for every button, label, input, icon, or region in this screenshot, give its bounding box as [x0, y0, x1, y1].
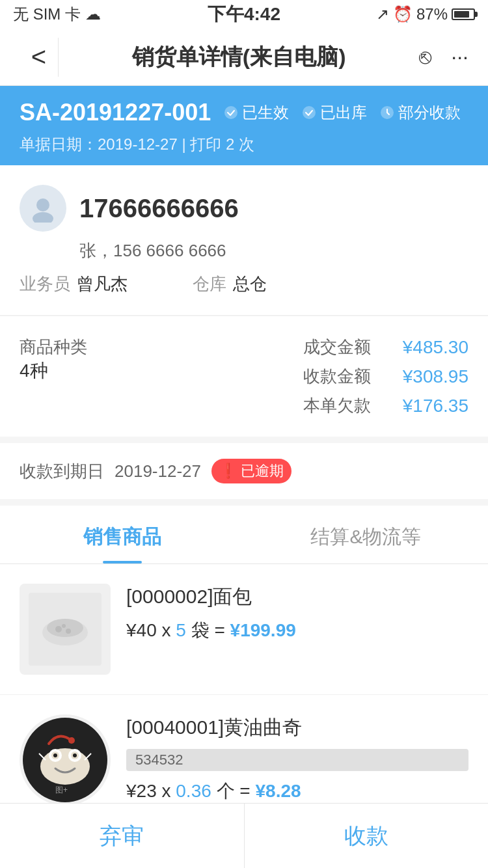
sales-rep-item: 业务员 曾凡杰: [20, 273, 128, 295]
warehouse-label: 仓库: [193, 273, 226, 295]
nav-actions: ⎋ ···: [419, 45, 468, 69]
received-value: ¥308.95: [390, 366, 468, 387]
cookie-unit: 个: [217, 781, 235, 801]
svg-point-9: [62, 624, 66, 628]
product-info-cookie: [00040001]黄油曲奇 534532 ¥23 x 0.36 个 = ¥8.…: [126, 714, 468, 804]
bread-unit: 袋: [191, 620, 210, 640]
status-bar: 无 SIM 卡 ☁ 下午4:42 ↗ ⏰ 87%: [0, 0, 488, 29]
page-title: 销货单详情(来自电脑): [132, 42, 346, 72]
cookie-image-placeholder: 图+: [20, 714, 111, 806]
cookie-x: x: [162, 781, 176, 801]
tabs-section: 销售商品 结算&物流等: [0, 506, 488, 564]
bread-total: ¥199.99: [230, 620, 296, 640]
sales-rep-value: 曾凡杰: [77, 273, 128, 295]
stats-section: 商品种类 4种 成交金额 ¥485.30 收款金额 ¥308.95 本单欠款 ¥…: [0, 316, 488, 437]
customer-sub-name: 张，156 6666 6666: [20, 239, 468, 262]
cookie-price: ¥23: [126, 781, 157, 801]
status2-label: 已出库: [320, 102, 367, 123]
more-icon[interactable]: ···: [451, 45, 468, 69]
bottom-bar: 弃审 收款: [0, 803, 488, 868]
share-icon[interactable]: ⎋: [419, 45, 431, 69]
order-id-row: SA-20191227-001 已生效 已出库 部分收款: [20, 99, 468, 126]
amount-value: ¥485.30: [390, 337, 468, 358]
svg-point-0: [224, 106, 237, 119]
bread-price: ¥40: [126, 620, 157, 640]
status-right: ↗ ⏰ 87%: [376, 5, 475, 23]
category-stats: 商品种类 4种: [20, 336, 87, 383]
cookie-image: 图+: [23, 718, 107, 802]
header-meta: 单据日期：2019-12-27 | 打印 2 次: [20, 134, 468, 155]
cookie-qty: 0.36: [176, 781, 211, 801]
tab-settlement-label: 结算&物流等: [310, 526, 421, 547]
order-id-text: SA-20191227-001: [20, 99, 211, 126]
bread-placeholder: [29, 593, 102, 666]
status1-label: 已生效: [242, 102, 289, 123]
status-partial: 部分收款: [380, 102, 461, 123]
svg-point-11: [40, 748, 90, 785]
svg-point-18: [68, 737, 75, 744]
svg-point-14: [53, 753, 57, 757]
product-item-bread: [0000002]面包 ¥40 x 5 袋 = ¥199.99: [0, 564, 488, 695]
header-banner: SA-20191227-001 已生效 已出库 部分收款 单据日期：2019-1…: [0, 86, 488, 165]
nav-bar: < 销货单详情(来自电脑) ⎋ ···: [0, 29, 488, 86]
product-name-cookie: [00040001]黄油曲奇: [126, 714, 468, 741]
product-price-bread: ¥40 x 5 袋 = ¥199.99: [126, 618, 468, 643]
cancel-review-button[interactable]: 弃审: [0, 804, 245, 868]
warning-icon: ❗: [219, 463, 237, 480]
status-left: 无 SIM 卡 ☁: [13, 4, 101, 25]
due-date-label: 收款到期日: [20, 460, 104, 483]
overdue-badge: ❗ 已逾期: [211, 459, 291, 483]
bread-qty: 5: [176, 620, 186, 640]
due-date-value: 2019-12-27: [115, 461, 201, 481]
cookie-total: ¥8.28: [255, 781, 301, 801]
signal-text: 无 SIM 卡 ☁: [13, 4, 101, 25]
svg-point-7: [55, 626, 62, 632]
battery-text: 87%: [416, 5, 448, 23]
svg-point-17: [73, 753, 77, 757]
tab-settlement[interactable]: 结算&物流等: [244, 506, 488, 563]
back-button[interactable]: <: [20, 38, 59, 77]
product-name-bread: [0000002]面包: [126, 584, 468, 610]
customer-section: 17666666666 张，156 6666 6666 业务员 曾凡杰 仓库 总…: [0, 165, 488, 316]
amount-label: 成交金额: [303, 336, 371, 359]
alarm-icon: ⏰: [393, 5, 413, 23]
product-thumb-bread: [20, 584, 111, 675]
cookie-eq: =: [239, 781, 255, 801]
clock-icon: [380, 105, 394, 120]
check-icon-1: [224, 105, 238, 120]
bread-icon: [39, 610, 91, 649]
location-icon: ↗: [376, 5, 389, 23]
customer-id: 17666666666: [79, 194, 239, 223]
battery-icon: [452, 8, 475, 20]
svg-point-8: [66, 629, 71, 634]
status-shipped: 已出库: [302, 102, 367, 123]
debt-row: 本单欠款 ¥176.35: [303, 394, 468, 417]
received-row: 收款金额 ¥308.95: [303, 365, 468, 388]
category-label: 商品种类: [20, 336, 87, 359]
product-thumb-cookie: 图+: [20, 714, 111, 806]
svg-point-6: [47, 619, 83, 637]
check-icon-2: [302, 105, 316, 120]
svg-text:图+: 图+: [55, 785, 68, 794]
status3-label: 部分收款: [398, 102, 461, 123]
avatar-icon: [29, 194, 57, 223]
overdue-label: 已逾期: [241, 461, 284, 481]
bread-eq: =: [214, 620, 230, 640]
received-label: 收款金额: [303, 365, 371, 388]
amount-stats: 成交金额 ¥485.30 收款金额 ¥308.95 本单欠款 ¥176.35: [303, 336, 468, 417]
avatar: [20, 185, 66, 232]
tab-products[interactable]: 销售商品: [0, 506, 244, 563]
collect-payment-button[interactable]: 收款: [245, 804, 489, 868]
svg-point-3: [36, 198, 49, 211]
warehouse-item: 仓库 总仓: [193, 273, 267, 295]
category-value: 4种: [20, 359, 87, 383]
customer-row: 17666666666: [20, 185, 468, 232]
due-date-section: 收款到期日 2019-12-27 ❗ 已逾期: [0, 437, 488, 506]
product-price-cookie: ¥23 x 0.36 个 = ¥8.28: [126, 779, 468, 804]
amount-row: 成交金额 ¥485.30: [303, 336, 468, 359]
debt-value: ¥176.35: [390, 396, 468, 416]
status-effective: 已生效: [224, 102, 289, 123]
svg-point-4: [33, 212, 53, 223]
sales-rep-label: 业务员: [20, 273, 70, 295]
status-time: 下午4:42: [208, 2, 280, 27]
